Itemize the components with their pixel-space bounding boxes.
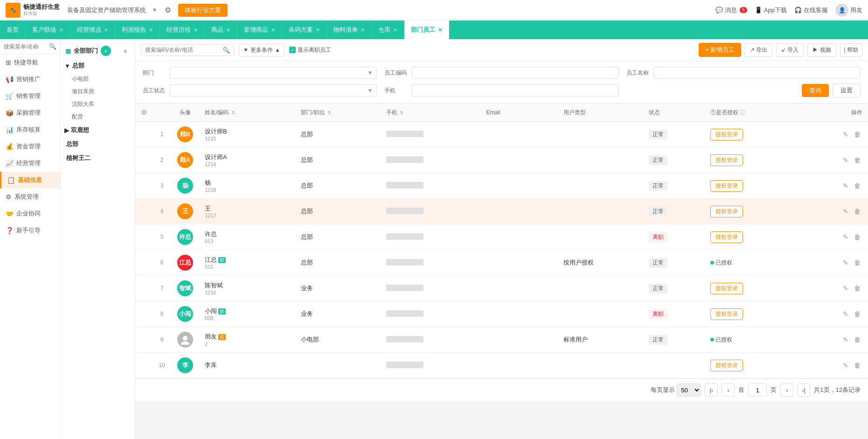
online-service-button[interactable]: 🎧 在线客服 xyxy=(794,6,828,14)
filter-name-input[interactable] xyxy=(653,67,861,79)
filter-status-select[interactable]: ▼ xyxy=(170,84,377,97)
delete-button[interactable]: 🗑 xyxy=(852,207,862,216)
edit-button[interactable]: ✎ xyxy=(841,258,850,267)
col-phone-header[interactable]: 手机 ⇅ xyxy=(381,104,480,122)
page-input[interactable] xyxy=(748,383,767,397)
sidebar-search-input[interactable] xyxy=(4,43,49,50)
delete-button[interactable]: 🗑 xyxy=(852,155,862,165)
prev-page-button[interactable]: ‹ xyxy=(722,383,735,397)
help-button[interactable]: | 帮助 xyxy=(840,43,862,57)
message-button[interactable]: 💬 消息 5 xyxy=(715,6,747,14)
tab-bom[interactable]: 物料清单 ✕ xyxy=(327,21,372,39)
tab-profit[interactable]: 利润报告 ✕ xyxy=(115,21,160,39)
tab-barcode[interactable]: 条码方案 ✕ xyxy=(282,21,327,39)
auth-button[interactable]: 授权登录 xyxy=(710,129,743,140)
delete-button[interactable]: 🗑 xyxy=(852,130,862,139)
auth-button[interactable]: 授权登录 xyxy=(710,154,743,166)
dept-group-zongbu[interactable]: 总部 xyxy=(61,137,135,151)
col-dept-header[interactable]: 部门/职位 ⇅ xyxy=(295,104,381,122)
auth-button[interactable]: 授权登录 xyxy=(710,206,743,217)
delete-button[interactable]: 🗑 xyxy=(852,335,862,344)
filter-phone-input[interactable] xyxy=(411,84,618,97)
col-name-header[interactable]: 姓名/编码 ⇅ xyxy=(199,104,295,122)
filter-code-input[interactable] xyxy=(411,67,618,79)
auth-button[interactable]: 授权登录 xyxy=(710,308,743,320)
tab-employee[interactable]: 部门员工 ✕ xyxy=(404,21,449,39)
search-input[interactable] xyxy=(145,47,221,53)
edit-button[interactable]: ✎ xyxy=(841,130,850,139)
delete-button[interactable]: 🗑 xyxy=(852,309,862,319)
sidebar-item-collab[interactable]: 🤝 企业协同 xyxy=(0,205,60,222)
first-page-button[interactable]: |‹ xyxy=(705,383,718,397)
edit-button[interactable]: ✎ xyxy=(841,284,850,293)
last-page-button[interactable]: ›| xyxy=(797,383,810,397)
dept-add-button[interactable]: + xyxy=(101,46,111,56)
edit-button[interactable]: ✎ xyxy=(841,155,850,165)
edit-button[interactable]: ✎ xyxy=(841,361,850,370)
show-resigned-toggle[interactable]: ✓ 显示离职员工 xyxy=(289,46,331,54)
close-icon[interactable]: ✕ xyxy=(438,27,442,33)
per-page-select[interactable]: 50 20 100 xyxy=(677,383,701,397)
close-icon[interactable]: ✕ xyxy=(226,27,230,33)
settings-gear-icon[interactable]: ⚙ xyxy=(141,108,147,116)
dept-group-head[interactable]: ▼ 总部 xyxy=(61,59,135,73)
close-icon[interactable]: ✕ xyxy=(271,27,275,33)
delete-button[interactable]: 🗑 xyxy=(852,232,862,242)
more-filter-button[interactable]: ▼ 更多条件 ▲ xyxy=(239,44,285,56)
import-button[interactable]: ↙ 导入 xyxy=(776,43,804,57)
close-icon[interactable]: ✕ xyxy=(361,27,365,33)
sidebar-item-basic[interactable]: 📋 基础信息 xyxy=(0,172,60,188)
settings-button[interactable]: ⚙ xyxy=(161,4,174,17)
auth-button[interactable]: 授权登录 xyxy=(710,360,743,371)
add-employee-button[interactable]: + 新增员工 xyxy=(699,43,741,57)
auth-button[interactable]: 授权登录 xyxy=(710,283,743,294)
delete-button[interactable]: 🗑 xyxy=(852,284,862,293)
next-page-button[interactable]: › xyxy=(780,383,793,397)
auth-button[interactable]: 授权登录 xyxy=(710,231,743,243)
edit-button[interactable]: ✎ xyxy=(841,181,850,190)
auth-button[interactable]: 授权登录 xyxy=(710,180,743,192)
dept-child-distribution[interactable]: 配货 xyxy=(61,111,135,123)
dept-child-project[interactable]: 项目库房 xyxy=(61,85,135,98)
tab-operation[interactable]: 经营情况 ✕ xyxy=(70,21,115,39)
sidebar-item-finance[interactable]: 💰 资金管理 xyxy=(0,138,60,155)
app-download-button[interactable]: 📱 App下载 xyxy=(755,6,787,14)
filter-dept-select[interactable]: ▼ xyxy=(170,67,377,79)
sidebar-item-marketing[interactable]: 📢 营销推广 xyxy=(0,71,60,88)
close-icon[interactable]: ✕ xyxy=(393,27,397,33)
edit-button[interactable]: ✎ xyxy=(841,232,850,242)
sidebar-item-sales[interactable]: 🛒 销售管理 xyxy=(0,88,60,105)
info-icon[interactable]: ⓘ xyxy=(739,109,745,116)
sidebar-item-quick-nav[interactable]: ⊞ 快捷导航 xyxy=(0,54,60,71)
sidebar-item-operation[interactable]: 📈 经营管理 xyxy=(0,155,60,172)
sidebar-item-purchase[interactable]: 📦 采购管理 xyxy=(0,105,60,121)
close-icon[interactable]: ✕ xyxy=(149,27,153,33)
dept-group-shuanglu[interactable]: ▶ 双鹿想 xyxy=(61,123,135,137)
query-button[interactable]: 查询 xyxy=(802,84,829,97)
dept-collapse-button[interactable]: « xyxy=(121,46,130,56)
tab-customer[interactable]: 客户联络 ✕ xyxy=(26,21,70,39)
delete-button[interactable]: 🗑 xyxy=(852,258,862,267)
trial-button[interactable]: 体验行业方案 xyxy=(178,4,228,17)
close-icon[interactable]: ✕ xyxy=(59,27,63,33)
dept-child-shenyang[interactable]: 沈阳大库 xyxy=(61,98,135,111)
sidebar-item-guide[interactable]: ❓ 新手引导 xyxy=(0,222,60,239)
edit-button[interactable]: ✎ xyxy=(841,207,850,216)
reset-button[interactable]: 设置 xyxy=(833,84,861,98)
sidebar-item-system[interactable]: ⚙ 系统管理 xyxy=(0,188,60,205)
delete-button[interactable]: 🗑 xyxy=(852,361,862,370)
close-icon[interactable]: ✕ xyxy=(316,27,320,33)
dept-group-zhishu[interactable]: 植树王二 xyxy=(61,151,135,165)
tab-new-goods[interactable]: 新增商品 ✕ xyxy=(237,21,282,39)
delete-button[interactable]: 🗑 xyxy=(852,181,862,190)
edit-button[interactable]: ✎ xyxy=(841,309,850,319)
close-icon[interactable]: ✕ xyxy=(104,27,108,33)
edit-button[interactable]: ✎ xyxy=(841,335,850,344)
dept-child-xiaodian[interactable]: 小电部 xyxy=(61,73,135,85)
close-icon[interactable]: ✕ xyxy=(194,27,198,33)
tab-history[interactable]: 经营历程 ✕ xyxy=(160,21,205,39)
tab-home[interactable]: 首页 xyxy=(0,21,26,39)
user-area[interactable]: 👤 用友 xyxy=(835,4,862,17)
video-button[interactable]: ▶ 视频 xyxy=(807,43,836,57)
tab-warehouse[interactable]: 仓库 ✕ xyxy=(372,21,404,39)
